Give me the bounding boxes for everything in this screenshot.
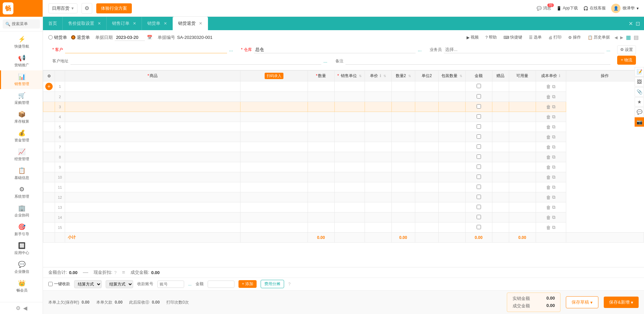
one-key-payment-checkbox[interactable]: 一键收款 — [48, 281, 70, 287]
toolbar-view-grid[interactable]: ▤ — [634, 34, 639, 41]
right-note-button[interactable]: 📝 — [635, 67, 644, 76]
save-new-button[interactable]: 保存&新增 ▾ — [604, 297, 639, 308]
right-image-button[interactable]: 🖼 — [635, 77, 644, 86]
right-scan-button[interactable]: 📷 — [635, 117, 644, 127]
settings-side-button[interactable]: ⚙ 设置 — [617, 45, 636, 54]
sidebar-item-sales[interactable]: 📊 销售管理 — [0, 70, 43, 89]
delete-row-8[interactable]: 🗑 — [546, 154, 551, 160]
th-settings[interactable]: ⚙ — [43, 71, 55, 81]
copy-row-1[interactable]: ⧉ — [552, 84, 555, 89]
experience-button[interactable]: 体验行业方案 — [96, 3, 132, 13]
shortcut-btn[interactable]: ⌨ 快捷键 — [501, 34, 524, 41]
delete-row-6[interactable]: 🗑 — [546, 134, 551, 140]
settlement-method-select[interactable]: 结算方式 — [74, 280, 102, 288]
delete-row-10[interactable]: 🗑 — [546, 175, 551, 180]
sidebar-item-system[interactable]: ⚙ 系统管理 — [0, 183, 43, 202]
delete-row-5[interactable]: 🗑 — [546, 124, 551, 130]
copy-row-2[interactable]: ⧉ — [552, 94, 555, 100]
copy-row-12[interactable]: ⧉ — [552, 194, 555, 200]
video-btn[interactable]: ▶ 视频 — [465, 34, 481, 41]
fee-split-button[interactable]: 费用分摊 — [261, 280, 284, 288]
online-service-button[interactable]: 🎧 在线客服 — [583, 5, 606, 11]
sidebar-item-wechat[interactable]: 💬 企业微信 — [0, 258, 43, 277]
daily-goods-selector[interactable]: 日用百货 ▾ — [48, 3, 77, 13]
logistics-side-button[interactable]: + 物流 — [617, 56, 636, 65]
salesman-input[interactable] — [444, 46, 604, 53]
copy-row-3[interactable]: ⧉ — [552, 104, 555, 110]
account-input[interactable] — [157, 280, 184, 288]
copy-row-9[interactable]: ⧉ — [552, 164, 555, 170]
gift-checkbox-9[interactable] — [477, 165, 481, 169]
gift-checkbox-8[interactable] — [477, 154, 481, 159]
toolbar-nav-next[interactable]: ▶ — [620, 35, 623, 40]
copy-row-13[interactable]: ⧉ — [552, 204, 555, 210]
right-attachment-button[interactable]: 📎 — [635, 87, 644, 97]
copy-row-8[interactable]: ⧉ — [552, 154, 555, 160]
copy-row-4[interactable]: ⧉ — [552, 114, 555, 120]
product-input-3[interactable] — [67, 105, 238, 109]
save-draft-button[interactable]: 保存草稿 ▾ — [566, 296, 598, 308]
delete-row-7[interactable]: 🗑 — [546, 144, 551, 150]
tab-sales-return-close[interactable]: ✕ — [199, 21, 202, 26]
sidebar-item-apps[interactable]: 🔲 应用中心 — [0, 239, 43, 258]
gift-checkbox-1[interactable] — [477, 84, 481, 88]
sidebar-item-inventory[interactable]: 📦 库存核算 — [0, 108, 43, 127]
copy-row-5[interactable]: ⧉ — [552, 124, 555, 130]
gift-checkbox-13[interactable] — [477, 205, 481, 209]
radio-sales-input[interactable] — [48, 35, 53, 40]
gift-checkbox-12[interactable] — [477, 195, 481, 199]
sidebar-item-purchase[interactable]: 🛒 采购管理 — [0, 89, 43, 108]
delete-row-3[interactable]: 🗑 — [546, 104, 551, 110]
delete-row-2[interactable]: 🗑 — [546, 94, 551, 100]
add-row-button[interactable]: + — [45, 83, 53, 90]
delete-row-9[interactable]: 🗑 — [546, 165, 551, 170]
sidebar-search[interactable]: 🔍 搜索菜单 — [0, 17, 43, 32]
message-button[interactable]: 💬 消息 70 — [537, 5, 551, 11]
scan-button[interactable]: 扫码录入 — [265, 73, 283, 79]
gift-checkbox-14[interactable] — [477, 215, 481, 219]
fee-help-icon[interactable]: ? — [288, 282, 290, 287]
app-download-button[interactable]: 📱 App下载 — [556, 5, 578, 11]
tab-price-setting[interactable]: 售价提取设置 ✕ — [63, 17, 107, 30]
one-key-payment-input[interactable] — [48, 282, 53, 286]
radio-return-input[interactable] — [71, 35, 75, 40]
toolbar-view-list[interactable]: ▦ — [626, 34, 631, 41]
delete-row-11[interactable]: 🗑 — [546, 185, 551, 190]
copy-row-15[interactable]: ⧉ — [552, 225, 555, 230]
help-btn[interactable]: ? 帮助 — [483, 34, 499, 41]
payment-amount-input[interactable] — [208, 280, 234, 288]
sidebar-item-finance[interactable]: 💰 资金管理 — [0, 127, 43, 145]
tab-sales-delivery-close[interactable]: ✕ — [164, 21, 167, 26]
delete-row-13[interactable]: 🗑 — [546, 205, 551, 210]
print-btn[interactable]: 🖨 打印 — [546, 34, 564, 41]
account-dots[interactable]: ... — [188, 282, 192, 287]
sidebar-item-member[interactable]: 👑 畅会员 — [0, 277, 43, 296]
sidebar-collapse-button[interactable]: ◀ — [23, 305, 27, 311]
customer-dots-button[interactable]: ... — [229, 47, 233, 52]
tab-sales-order-close[interactable]: ✕ — [133, 21, 136, 26]
delete-row-12[interactable]: 🗑 — [546, 195, 551, 200]
q2-sort-icon[interactable]: ⇅ — [408, 74, 411, 78]
sidebar-settings-button[interactable]: ⚙ — [16, 305, 20, 311]
remark-input[interactable] — [345, 57, 610, 65]
sidebar-item-marketing[interactable]: 📢 营销推广 — [0, 52, 43, 70]
operate-btn[interactable]: ⚙ 操作 — [566, 34, 583, 41]
sidebar-item-guide[interactable]: 🎯 新手引导 — [0, 221, 43, 239]
add-payment-button[interactable]: + 添加 — [238, 280, 257, 288]
copy-row-6[interactable]: ⧉ — [552, 134, 555, 140]
delete-row-14[interactable]: 🗑 — [546, 215, 551, 220]
warehouse-input[interactable] — [254, 46, 416, 53]
history-btn[interactable]: 📋 历史单据 — [586, 34, 612, 41]
copy-row-11[interactable]: ⧉ — [552, 184, 555, 190]
sidebar-item-operation[interactable]: 📈 经营管理 — [0, 145, 43, 164]
gift-checkbox-7[interactable] — [477, 144, 481, 149]
toolbar-nav-prev[interactable]: ◀ — [614, 35, 618, 40]
unit-price-info-icon[interactable]: ℹ — [380, 73, 381, 78]
th-scan[interactable]: 扫码录入 — [240, 71, 308, 81]
tab-home[interactable]: 首页 — [43, 17, 63, 30]
gift-checkbox-4[interactable] — [477, 114, 481, 119]
pkg-sort-icon[interactable]: ⇅ — [460, 74, 462, 78]
tab-sales-order[interactable]: 销售订单 ✕ — [107, 17, 142, 30]
tab-price-setting-close[interactable]: ✕ — [98, 21, 101, 26]
tab-close-all-button[interactable]: ✕ — [627, 19, 634, 28]
